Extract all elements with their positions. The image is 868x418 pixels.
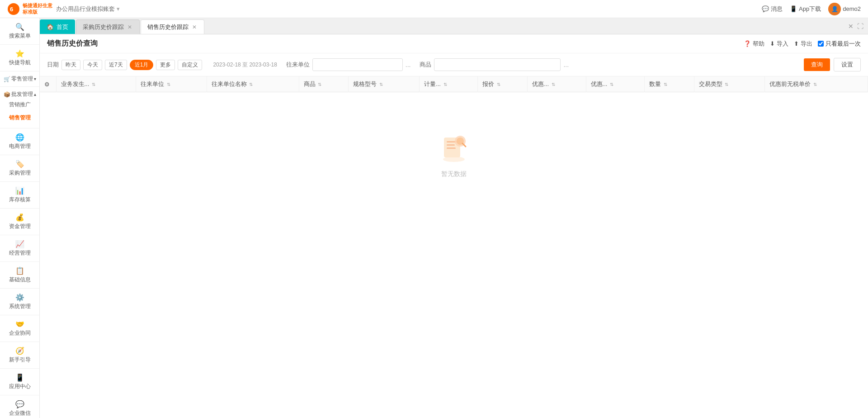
sort-icon-from-unit: ⇅: [167, 82, 170, 87]
product-input[interactable]: [434, 58, 561, 71]
tab-purchase-history[interactable]: 采购历史价跟踪 ✕: [76, 19, 140, 34]
page-header-actions: ❓ 帮助 ⬇ 导入 ⬆ 导出 只看最后一次: [744, 40, 861, 48]
wholesale-mgmt-icon: 📦: [4, 91, 10, 98]
retail-mgmt-icon: 🛒: [4, 76, 10, 82]
th-spec[interactable]: 规格型号 ⇅: [349, 76, 420, 92]
app-title-bar[interactable]: 办公用品行业模拟账套 ▾: [56, 5, 120, 13]
sidebar-item-basic-info[interactable]: 📋 基础信息: [0, 262, 39, 289]
product-filter-group: 商品 ...: [420, 58, 569, 71]
sidebar-item-purchase-mgmt[interactable]: 🏷️ 采购管理: [0, 155, 39, 182]
sidebar-item-inventory[interactable]: 📊 库存核算: [0, 182, 39, 209]
inventory-icon: 📊: [15, 186, 24, 195]
query-btn[interactable]: 查询: [804, 58, 830, 71]
date-btn-1month[interactable]: 近1月: [130, 60, 154, 70]
th-biz-date[interactable]: 业务发生... ⇅: [56, 76, 136, 92]
setting-btn[interactable]: 设置: [834, 58, 861, 71]
svg-rect-5: [447, 144, 455, 146]
date-btn-yesterday[interactable]: 昨天: [61, 60, 80, 70]
date-btn-custom[interactable]: 自定义: [178, 60, 202, 70]
logo-text: 畅捷通好生意 标准版: [23, 3, 52, 14]
th-from-unit-label: 往来单位: [141, 81, 164, 87]
filter-actions: 查询 设置: [804, 58, 861, 71]
phone-icon: 📱: [790, 5, 797, 12]
date-btn-more[interactable]: 更多: [156, 60, 175, 70]
app-download-btn[interactable]: 📱 App下载: [790, 5, 821, 13]
th-quantity[interactable]: 数量 ⇅: [644, 76, 694, 92]
th-from-unit[interactable]: 往来单位 ⇅: [136, 76, 207, 92]
date-btn-today[interactable]: 今天: [83, 60, 102, 70]
chevron-down-icon: ▾: [34, 76, 36, 81]
sidebar-item-guide[interactable]: 🧭 新手引导: [0, 342, 39, 369]
sidebar-item-wholesale-mgmt[interactable]: 📦 批发管理 ▴ 营销推广 销售管理: [0, 87, 39, 128]
help-icon: ❓: [744, 40, 751, 47]
enterprise-wechat-icon: 💬: [15, 400, 24, 408]
only-last-checkbox[interactable]: [818, 41, 824, 47]
purchase-mgmt-icon: 🏷️: [15, 160, 24, 168]
date-label: 日期: [47, 61, 59, 69]
sidebar-item-finance-mgmt[interactable]: 💰 资金管理: [0, 209, 39, 235]
chevron-up-icon: ▴: [34, 92, 36, 97]
th-tax-price[interactable]: 优惠前无税单价 ⇅: [765, 76, 868, 92]
tab-sales-history-label: 销售历史价跟踪: [147, 23, 189, 31]
svg-text:6: 6: [10, 6, 13, 13]
sidebar-item-label: 快捷导航: [9, 59, 31, 66]
top-bar: 6 畅捷通好生意 标准版 办公用品行业模拟账套 ▾ 💬 消息 📱 App下载 👤…: [0, 0, 868, 18]
tab-purchase-history-close[interactable]: ✕: [127, 24, 133, 30]
tab-sales-history[interactable]: 销售历史价跟踪 ✕: [141, 19, 204, 34]
sort-icon-spec: ⇅: [379, 82, 383, 87]
home-icon: 🏠: [47, 24, 54, 30]
th-product-label: 商品: [304, 81, 316, 87]
sidebar-item-label: 企业微信: [9, 409, 31, 417]
empty-state: 暂无数据: [40, 92, 868, 214]
app-title-dropdown-icon[interactable]: ▾: [117, 5, 120, 12]
date-btn-7days[interactable]: 近7天: [105, 60, 127, 70]
th-discount2[interactable]: 优惠... ⇅: [586, 76, 644, 92]
export-btn[interactable]: ⬆ 导出: [794, 40, 812, 48]
sidebar-item-label: 搜索菜单: [9, 32, 31, 40]
tab-bar: 🏠 首页 采购历史价跟踪 ✕ 销售历史价跟踪 ✕ ✕ ⛶: [40, 18, 868, 34]
sort-icon-from-unit-name: ⇅: [249, 82, 253, 87]
from-unit-input[interactable]: [312, 58, 403, 71]
sidebar-sub-item-marketing[interactable]: 营销推广: [2, 98, 38, 111]
sidebar-item-quick-nav[interactable]: ⭐ 快捷导航: [0, 45, 39, 71]
th-trade-type[interactable]: 交易类型 ⇅: [694, 76, 765, 92]
help-btn[interactable]: ❓ 帮助: [744, 40, 764, 48]
tab-home[interactable]: 🏠 首页: [40, 19, 75, 34]
only-last-checkbox-label[interactable]: 只看最后一次: [818, 40, 861, 48]
th-discount1[interactable]: 优惠... ⇅: [528, 76, 586, 92]
search-menu-icon: 🔍: [15, 23, 24, 31]
th-gear[interactable]: ⚙: [40, 76, 56, 92]
th-from-unit-name[interactable]: 往来单位名称 ⇅: [207, 76, 299, 92]
enterprise-collab-icon: 🤝: [15, 320, 24, 328]
th-price[interactable]: 报价 ⇅: [478, 76, 528, 92]
tab-sales-history-close[interactable]: ✕: [191, 24, 198, 30]
user-area[interactable]: 👤 demo2: [828, 3, 861, 15]
system-mgmt-icon: ⚙️: [15, 293, 24, 302]
sidebar-item-operation-mgmt[interactable]: 📈 经营管理: [0, 235, 39, 262]
date-range-text: 2023-02-18 至 2023-03-18: [213, 62, 277, 68]
empty-state-text: 暂无数据: [441, 170, 467, 178]
operation-mgmt-icon: 📈: [15, 240, 24, 248]
gear-icon: ⚙: [44, 81, 50, 88]
th-tax-price-label: 优惠前无税单价: [769, 81, 811, 87]
import-btn[interactable]: ⬇ 导入: [770, 40, 788, 48]
th-product[interactable]: 商品 ⇅: [299, 76, 349, 92]
message-btn[interactable]: 💬 消息: [762, 5, 783, 13]
fullscreen-btn[interactable]: ⛶: [857, 23, 863, 30]
basic-info-icon: 📋: [15, 266, 24, 275]
sidebar-item-retail-mgmt[interactable]: 🛒 零售管理 ▾: [0, 71, 39, 87]
sidebar-item-system-mgmt[interactable]: ⚙️ 系统管理: [0, 289, 39, 315]
sidebar-item-search-menu[interactable]: 🔍 搜索菜单: [0, 18, 39, 45]
quick-nav-icon: ⭐: [15, 49, 24, 58]
tab-bar-actions: ✕ ⛶: [848, 23, 863, 30]
th-unit[interactable]: 计量... ⇅: [420, 76, 478, 92]
sidebar-item-label: 资金管理: [9, 223, 31, 230]
sidebar-sub-item-sales-mgmt[interactable]: 销售管理: [2, 111, 38, 124]
sidebar-item-enterprise-collab[interactable]: 🤝 企业协同: [0, 315, 39, 342]
from-unit-ellipsis-btn[interactable]: ...: [406, 61, 411, 68]
product-ellipsis-btn[interactable]: ...: [563, 61, 569, 68]
close-all-tabs-btn[interactable]: ✕: [848, 23, 854, 30]
sidebar-item-ecommerce-mgmt[interactable]: 🌐 电商管理: [0, 128, 39, 155]
sidebar-item-app-center[interactable]: 📱 应用中心: [0, 369, 39, 395]
sidebar-item-enterprise-wechat[interactable]: 💬 企业微信: [0, 395, 39, 418]
